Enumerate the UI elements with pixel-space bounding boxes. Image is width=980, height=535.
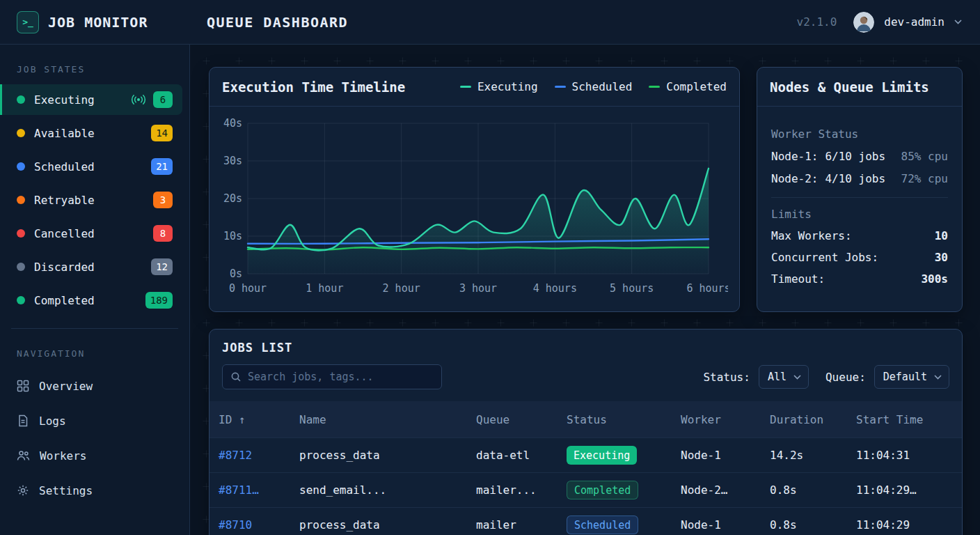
legend-item-scheduled[interactable]: Scheduled: [555, 80, 633, 93]
main-content: Execution Time Timeline ExecutingSchedul…: [190, 45, 980, 535]
legend-item-executing[interactable]: Executing: [460, 80, 538, 93]
legend-swatch: [460, 86, 471, 88]
job-queue: mailer: [476, 518, 567, 532]
job-id-link[interactable]: #8712: [219, 449, 299, 462]
job-name: process_data: [299, 518, 476, 532]
terminal-logo-icon: >_: [17, 11, 39, 33]
limits-header: Limits: [771, 208, 948, 221]
nav-item-label: Logs: [39, 414, 66, 428]
document-icon: [17, 414, 29, 427]
search-input[interactable]: [248, 371, 434, 383]
sidebar-state-retryable[interactable]: Retryable3: [0, 185, 182, 215]
column-header-3: Status: [567, 413, 681, 426]
table-header-row: ID ↑NameQueueStatusWorkerDurationStart T…: [210, 401, 962, 437]
job-states-header: JOB STATES: [17, 64, 189, 75]
state-count-badge: 12: [151, 258, 173, 275]
page-title: QUEUE DASHBOARD: [190, 14, 348, 31]
live-signal-icon: [131, 95, 146, 104]
job-worker: Node-1: [681, 518, 770, 532]
svg-text:4 hours: 4 hours: [533, 282, 577, 295]
svg-text:0 hour: 0 hour: [229, 282, 267, 295]
state-label: Retryable: [34, 194, 95, 207]
limit-rows: Max Workers:10Concurrent Jobs:30Timeout:…: [771, 229, 948, 286]
sidebar-item-workers[interactable]: Workers: [0, 438, 189, 473]
people-icon: [17, 449, 30, 462]
job-queue: mailer...: [476, 483, 567, 497]
job-id-link[interactable]: #8711…: [219, 483, 299, 497]
job-start-time: 11:04:29…: [856, 483, 962, 497]
nodes-divider: [771, 197, 948, 198]
sidebar-item-settings[interactable]: Settings: [0, 473, 189, 508]
table-row[interactable]: #8710process_datamailerScheduledNode-10.…: [210, 507, 962, 535]
job-duration: 0.8s: [770, 518, 856, 532]
sidebar-state-cancelled[interactable]: Cancelled8: [0, 218, 182, 249]
state-label: Cancelled: [34, 227, 95, 240]
job-name: send_email...: [299, 483, 476, 497]
svg-text:3 hour: 3 hour: [459, 282, 497, 295]
job-queue: data-etl: [476, 449, 567, 462]
chart-area: 0s10s20s30s40s0 hour1 hour2 hour3 hour4 …: [210, 107, 739, 310]
state-dot: [17, 229, 25, 238]
avatar[interactable]: [853, 12, 874, 33]
jobs-list-card: JOBS LIST Status: All Que: [209, 329, 963, 535]
svg-text:2 hour: 2 hour: [383, 282, 420, 295]
sidebar-state-discarded[interactable]: Discarded12: [0, 251, 182, 282]
table-row[interactable]: #8711…send_email...mailer...CompletedNod…: [210, 472, 962, 507]
queue-filter-label: Queue:: [825, 371, 866, 384]
sidebar-state-available[interactable]: Available14: [0, 118, 182, 148]
job-id-link[interactable]: #8710: [219, 518, 299, 532]
limit-label: Timeout:: [771, 272, 825, 286]
nav-item-label: Settings: [39, 484, 93, 497]
table-row[interactable]: #8712process_datadata-etlExecutingNode-1…: [210, 437, 962, 472]
svg-text:10s: 10s: [223, 230, 242, 242]
legend-item-completed[interactable]: Completed: [649, 80, 727, 93]
jobs-controls: Status: All Queue: Default: [210, 364, 962, 389]
state-dot: [17, 95, 25, 104]
node-status-row: Node-2:4/10 jobs72% cpu: [771, 172, 948, 185]
limit-value: 10: [935, 229, 948, 242]
node-jobs: 4/10 jobs: [825, 172, 885, 185]
state-label: Available: [34, 127, 95, 140]
timeline-title: Execution Time Timeline: [222, 79, 405, 95]
brand: >_ JOB MONITOR: [0, 11, 190, 33]
state-count-badge: 14: [151, 125, 173, 141]
filters: Status: All Queue: Default: [703, 365, 949, 389]
timeline-card: Execution Time Timeline ExecutingSchedul…: [209, 67, 740, 312]
nav-item-label: Workers: [40, 449, 86, 463]
nodes-body: Worker Status Node-1:6/10 jobs85% cpuNod…: [757, 107, 962, 286]
gear-icon: [17, 484, 29, 497]
sidebar-item-logs[interactable]: Logs: [0, 403, 189, 438]
limit-value: 300s: [921, 272, 948, 286]
limit-label: Concurrent Jobs:: [771, 251, 878, 264]
queue-filter-select[interactable]: Default: [874, 365, 949, 389]
legend-label: Completed: [666, 80, 727, 93]
chevron-down-icon: [934, 375, 942, 380]
node-cpu: 72% cpu: [901, 172, 948, 185]
job-worker: Node-2…: [681, 483, 770, 497]
legend-swatch: [555, 86, 566, 88]
user-menu-label[interactable]: dev-admin: [884, 15, 945, 29]
status-filter-select[interactable]: All: [759, 365, 809, 389]
state-count-badge: 21: [151, 158, 173, 175]
sidebar-state-executing[interactable]: Executing6: [0, 84, 182, 115]
search-icon: [230, 371, 242, 382]
chevron-down-icon[interactable]: [954, 20, 962, 24]
sidebar: JOB STATES Executing6Available14Schedule…: [0, 45, 190, 535]
limit-row: Max Workers:10: [771, 229, 948, 242]
column-header-6: Start Time: [856, 413, 962, 426]
status-filter-value: All: [768, 371, 787, 383]
nodes-card: Nodes & Queue Limits Worker Status Node-…: [757, 67, 963, 312]
column-header-1: Name: [299, 413, 476, 426]
worker-status-header: Worker Status: [771, 127, 948, 141]
sidebar-state-scheduled[interactable]: Scheduled21: [0, 151, 182, 182]
sidebar-state-completed[interactable]: Completed189: [0, 285, 182, 316]
sidebar-item-overview[interactable]: Overview: [0, 369, 189, 403]
job-worker: Node-1: [681, 449, 770, 462]
legend-label: Scheduled: [572, 80, 633, 93]
state-count-badge: 8: [153, 225, 173, 242]
column-header-0[interactable]: ID ↑: [219, 413, 299, 426]
state-dot: [17, 129, 25, 137]
state-dot: [17, 263, 25, 271]
search-box[interactable]: [222, 364, 442, 389]
state-count-badge: 3: [153, 192, 173, 208]
